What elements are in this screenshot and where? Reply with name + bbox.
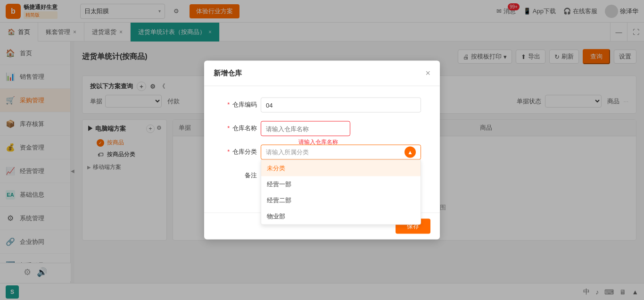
- form-row-category: * 仓库分类 请输入所属分类 ▲ 未分类 经营一部 经营二部 物业部: [223, 145, 421, 160]
- dialog-header: 新增仓库 ×: [204, 61, 440, 86]
- category-option-dept2[interactable]: 经营二部: [261, 192, 421, 208]
- category-dropdown-list: 未分类 经营一部 经营二部 物业部: [261, 160, 421, 225]
- dialog-close-button[interactable]: ×: [425, 68, 430, 78]
- warehouse-name-label: * 仓库名称: [223, 121, 261, 133]
- warehouse-category-label: * 仓库分类: [223, 145, 261, 156]
- warehouse-code-input[interactable]: [261, 98, 421, 113]
- category-option-dept1[interactable]: 经营一部: [261, 176, 421, 192]
- category-option-unclassified[interactable]: 未分类: [261, 160, 421, 176]
- form-row-code: * 仓库编码: [223, 98, 421, 113]
- dialog-body: * 仓库编码 * 仓库名称 请输入仓库名称 * 仓库分类: [204, 86, 440, 213]
- add-warehouse-dialog: 新增仓库 × * 仓库编码 * 仓库名称 请输入仓库名称 *: [204, 61, 440, 240]
- category-dropdown-trigger[interactable]: 请输入所属分类 ▲: [261, 145, 421, 160]
- form-row-name: * 仓库名称 请输入仓库名称: [223, 121, 421, 136]
- dropdown-up-icon: ▲: [405, 147, 416, 158]
- category-option-property[interactable]: 物业部: [261, 208, 421, 225]
- warehouse-category-wrapper: 请输入所属分类 ▲ 未分类 经营一部 经营二部 物业部: [261, 145, 421, 160]
- warehouse-name-wrapper: 请输入仓库名称: [261, 121, 421, 136]
- warehouse-name-input[interactable]: [261, 121, 350, 136]
- dialog-title: 新增仓库: [214, 69, 242, 78]
- remark-label: 备注: [223, 168, 261, 180]
- warehouse-code-label: * 仓库编码: [223, 98, 261, 109]
